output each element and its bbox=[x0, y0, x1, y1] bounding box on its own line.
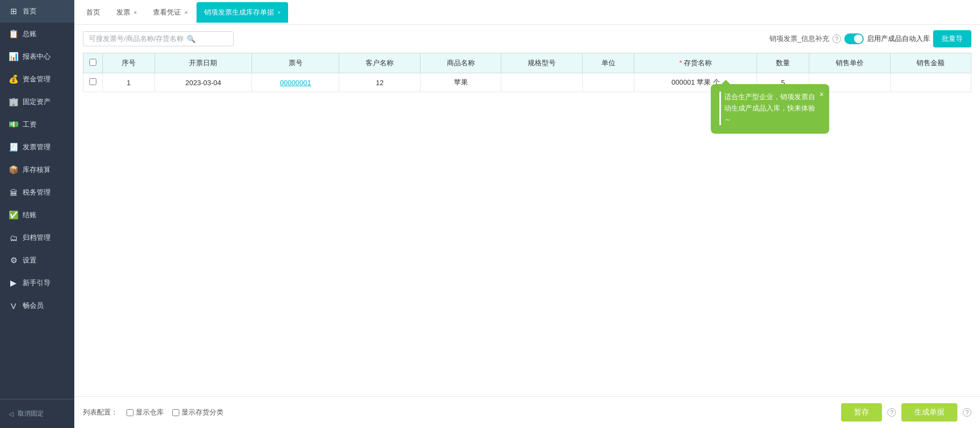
toggle-label: 启用产成品自动入库 bbox=[867, 34, 930, 44]
row-date: 2023-03-04 bbox=[155, 73, 251, 92]
row-customer: 12 bbox=[339, 73, 420, 92]
sidebar-item-vip[interactable]: V 畅会员 bbox=[0, 294, 74, 317]
sidebar-item-settlement[interactable]: ✅ 结账 bbox=[0, 204, 74, 226]
main-area: 首页 发票 × 查看凭证 × 销项发票生成库存单据 × 可搜发票号/商品名称/存… bbox=[74, 0, 980, 428]
unpin-label: 取消固定 bbox=[18, 409, 44, 418]
info-help-icon[interactable]: ? bbox=[832, 34, 841, 43]
tooltip-text: 适合生产型企业，销项发票自动生成产成品入库，快来体验～ bbox=[719, 92, 821, 125]
col-product: 商品名称 bbox=[420, 53, 501, 73]
bottom-bar: 列表配置： 显示仓库 显示存货分类 暂存 ? 生成单据 ? bbox=[74, 396, 980, 428]
payroll-icon: 💵 bbox=[9, 120, 18, 129]
page-content: 可搜发票号/商品名称/存货名称 🔍 销项发票_信息补充 ? 启用产成品自动入库 … bbox=[74, 25, 980, 428]
save-help-icon[interactable]: ? bbox=[887, 408, 896, 417]
sidebar-label-payroll: 工资 bbox=[23, 120, 37, 129]
sidebar-label-report-center: 报表中心 bbox=[23, 52, 51, 61]
show-category-label[interactable]: 显示存货分类 bbox=[172, 408, 223, 417]
sidebar-item-fixed-assets[interactable]: 🏢 固定资产 bbox=[0, 91, 74, 113]
sidebar-label-fund-management: 资金管理 bbox=[23, 74, 51, 84]
sidebar-label-archive: 归档管理 bbox=[23, 233, 51, 243]
show-warehouse-label[interactable]: 显示仓库 bbox=[127, 408, 164, 417]
col-unit: 单位 bbox=[582, 53, 634, 73]
tab-invoice-label: 发票 bbox=[116, 8, 130, 17]
tab-cancel-invoice[interactable]: 销项发票生成库存单据 × bbox=[197, 2, 288, 23]
row-checkbox[interactable] bbox=[89, 78, 96, 85]
tab-cancel-invoice-label: 销项发票生成库存单据 bbox=[204, 8, 274, 17]
table-body: 1 2023-03-04 00000001 12 苹果 000001 苹果 个 … bbox=[83, 73, 971, 92]
tooltip-close-button[interactable]: × bbox=[820, 88, 824, 100]
toggle-knob bbox=[854, 34, 863, 43]
col-checkbox bbox=[83, 53, 103, 73]
data-table: 序号 开票日期 票号 客户名称 商品名称 bbox=[83, 53, 971, 92]
sidebar-item-tax-management[interactable]: 🏛 税务管理 bbox=[0, 181, 74, 204]
table-row: 1 2023-03-04 00000001 12 苹果 000001 苹果 个 … bbox=[83, 73, 971, 92]
toolbar: 可搜发票号/商品名称/存货名称 🔍 销项发票_信息补充 ? 启用产成品自动入库 … bbox=[74, 25, 980, 53]
sidebar-label-vip: 畅会员 bbox=[23, 301, 44, 310]
col-amount: 销售金额 bbox=[890, 53, 971, 73]
sidebar-item-payroll[interactable]: 💵 工资 bbox=[0, 113, 74, 136]
row-seq: 1 bbox=[103, 73, 155, 92]
generate-help-icon[interactable]: ? bbox=[963, 408, 971, 417]
home-icon: ⊞ bbox=[9, 6, 18, 16]
unpin-icon: ◁ bbox=[9, 410, 13, 418]
show-category-text: 显示存货分类 bbox=[181, 408, 223, 417]
row-product: 苹果 bbox=[420, 73, 501, 92]
invoice-no-link[interactable]: 00000001 bbox=[280, 79, 311, 87]
tab-home[interactable]: 首页 bbox=[79, 2, 108, 23]
sidebar-label-settings: 设置 bbox=[23, 256, 37, 265]
tooltip-popup: × 适合生产型企业，销项发票自动生成产成品入库，快来体验～ bbox=[711, 84, 829, 134]
settlement-icon: ✅ bbox=[9, 210, 18, 220]
tab-voucher[interactable]: 查看凭证 × bbox=[145, 2, 195, 23]
col-date: 开票日期 bbox=[155, 53, 251, 73]
invoice-icon: 🧾 bbox=[9, 142, 18, 152]
unpin-button[interactable]: ◁ 取消固定 bbox=[0, 405, 74, 423]
sidebar-label-settlement: 结账 bbox=[23, 210, 37, 220]
row-spec bbox=[501, 73, 582, 92]
col-unit-price: 销售单价 bbox=[809, 53, 890, 73]
sidebar-label-tax-management: 税务管理 bbox=[23, 188, 51, 197]
tab-cancel-invoice-close[interactable]: × bbox=[277, 9, 281, 16]
tab-bar: 首页 发票 × 查看凭证 × 销项发票生成库存单据 × bbox=[74, 0, 980, 25]
sidebar-item-report-center[interactable]: 📊 报表中心 bbox=[0, 45, 74, 68]
select-all-checkbox[interactable] bbox=[89, 59, 96, 66]
tax-icon: 🏛 bbox=[9, 188, 18, 197]
settings-icon: ⚙ bbox=[9, 256, 18, 265]
sidebar-item-inventory[interactable]: 📦 库存核算 bbox=[0, 158, 74, 181]
sidebar-item-archive[interactable]: 🗂 归档管理 bbox=[0, 226, 74, 249]
search-placeholder: 可搜发票号/商品名称/存货名称 bbox=[89, 34, 184, 44]
sidebar-item-beginner[interactable]: ▶ 新手引导 bbox=[0, 272, 74, 294]
save-button[interactable]: 暂存 bbox=[841, 403, 882, 422]
toggle-switch[interactable] bbox=[844, 33, 864, 44]
archive-icon: 🗂 bbox=[9, 233, 18, 243]
report-icon: 📊 bbox=[9, 52, 18, 61]
sidebar-label-fixed-assets: 固定资产 bbox=[23, 97, 51, 107]
tab-invoice[interactable]: 发票 × bbox=[109, 2, 144, 23]
row-unit bbox=[582, 73, 634, 92]
sidebar-item-fund-management[interactable]: 💰 资金管理 bbox=[0, 68, 74, 91]
play-icon: ▶ bbox=[9, 278, 18, 288]
search-icon[interactable]: 🔍 bbox=[187, 35, 195, 43]
sidebar-item-invoice-management[interactable]: 🧾 发票管理 bbox=[0, 136, 74, 158]
tab-voucher-close[interactable]: × bbox=[184, 9, 187, 16]
sidebar-label-general-ledger: 总账 bbox=[23, 29, 37, 39]
row-amount bbox=[890, 73, 971, 92]
row-invoice-no[interactable]: 00000001 bbox=[252, 73, 339, 92]
info-label: 销项发票_信息补充 bbox=[769, 34, 829, 44]
toolbar-info: 销项发票_信息补充 ? 启用产成品自动入库 批量导 bbox=[769, 30, 971, 47]
batch-button[interactable]: 批量导 bbox=[933, 30, 971, 47]
table-wrapper: 序号 开票日期 票号 客户名称 商品名称 bbox=[74, 53, 980, 396]
table-header: 序号 开票日期 票号 客户名称 商品名称 bbox=[83, 53, 971, 73]
row-checkbox-cell bbox=[83, 73, 103, 92]
sidebar-item-general-ledger[interactable]: 📋 总账 bbox=[0, 23, 74, 45]
sidebar-item-settings[interactable]: ⚙ 设置 bbox=[0, 249, 74, 272]
sidebar-item-home[interactable]: ⊞ 首页 bbox=[0, 0, 74, 23]
bottom-actions: 暂存 ? 生成单据 ? bbox=[841, 403, 971, 422]
show-warehouse-checkbox[interactable] bbox=[127, 409, 134, 416]
sidebar-label-invoice-management: 发票管理 bbox=[23, 142, 51, 152]
search-box[interactable]: 可搜发票号/商品名称/存货名称 🔍 bbox=[83, 31, 234, 46]
show-category-checkbox[interactable] bbox=[172, 409, 179, 416]
col-spec: 规格型号 bbox=[501, 53, 582, 73]
generate-button[interactable]: 生成单据 bbox=[901, 403, 957, 422]
col-invoice-no: 票号 bbox=[252, 53, 339, 73]
col-qty: 数量 bbox=[757, 53, 809, 73]
tab-invoice-close[interactable]: × bbox=[134, 9, 137, 16]
